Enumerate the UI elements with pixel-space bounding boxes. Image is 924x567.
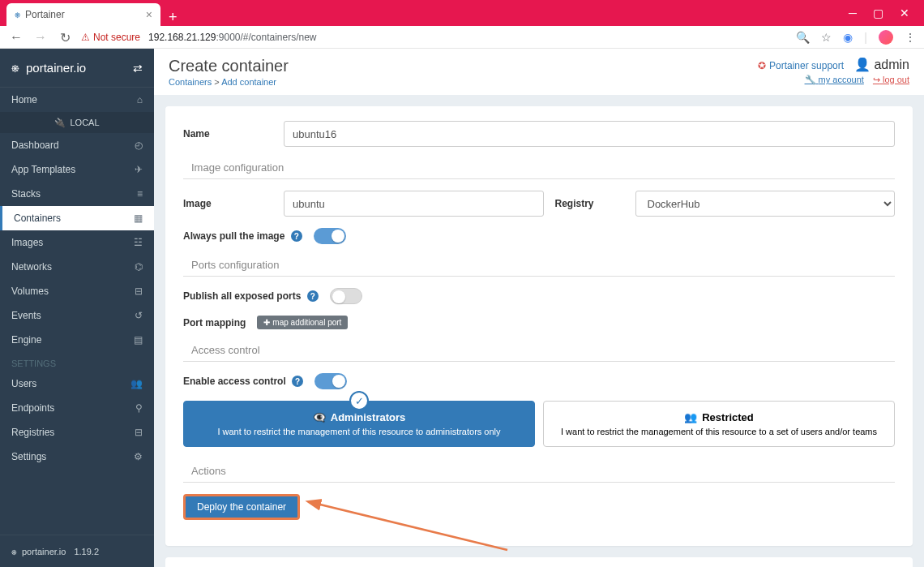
home-icon: ⌂ [137,94,143,105]
page-title: Create container [169,57,289,75]
sidebar-item-dashboard[interactable]: Dashboard◴ [0,133,154,157]
sidebar-item-app-templates[interactable]: App Templates✈ [0,157,154,182]
sidebar-endpoint-section: 🔌LOCAL [0,112,154,133]
access-restricted-option[interactable]: 👥Restricted I want to restrict the manag… [543,401,895,447]
always-pull-toggle[interactable] [314,228,346,244]
sidebar-item-volumes[interactable]: Volumes⊟ [0,279,154,303]
gear-icon: ⚙ [134,451,143,462]
new-tab-button[interactable]: + [160,9,186,26]
wrench-icon: 🔧 [805,75,816,84]
gauge-icon: ◴ [135,140,143,151]
registry-select[interactable]: DockerHub [635,191,896,217]
close-tab-icon[interactable]: × [146,8,152,21]
help-icon[interactable]: ? [291,230,302,242]
check-icon: ✓ [349,391,369,410]
database-icon: ⊟ [135,427,143,438]
logo-small-icon: ⎈ [11,547,17,556]
breadcrumb-containers[interactable]: Containers [169,77,212,87]
publish-ports-label: Publish all exposed ports ? [183,290,319,303]
insecure-badge[interactable]: ⚠ Not secure [81,32,140,43]
access-control-header: Access control [183,341,895,362]
help-icon[interactable]: ? [292,376,303,387]
forward-button[interactable]: → [32,30,49,45]
sidebar-item-home[interactable]: Home⌂ [0,88,154,112]
log-out-link[interactable]: ↪ log out [873,75,909,84]
logo[interactable]: ⎈ portainer.io ⇄ [0,49,154,88]
sidebar-toggle-icon[interactable]: ⇄ [133,62,143,75]
publish-ports-toggle[interactable] [330,288,362,304]
plus-icon: ✚ [263,318,270,327]
enable-access-toggle[interactable] [314,373,347,389]
help-icon[interactable]: ? [307,290,319,302]
cube-icon: ▦ [134,213,143,224]
sidebar-item-images[interactable]: Images☳ [0,230,154,255]
actions-header: Actions [183,462,895,483]
sidebar-item-stacks[interactable]: Stacks≡ [0,182,154,206]
name-label: Name [183,128,272,140]
name-input[interactable] [284,121,895,147]
sidebar-settings-header: SETTINGS [0,352,154,372]
svg-line-0 [317,504,507,550]
address-bar[interactable]: 192.168.21.129:9000/#/containers/new [148,32,317,43]
port-mapping-label: Port mapping [183,317,246,329]
users-icon: 👥 [130,378,143,389]
layers-icon: ☳ [134,237,143,248]
sidebar-item-containers[interactable]: Containers▦ [0,206,154,230]
life-ring-icon: ✪ [758,60,766,71]
bars-icon: ▤ [134,334,143,346]
image-input[interactable] [284,191,544,217]
sidebar-item-users[interactable]: Users👥 [0,372,154,396]
history-icon: ↺ [135,310,143,321]
reload-button[interactable]: ↻ [57,30,73,45]
breadcrumb-current: Add container [221,77,276,87]
users-icon: 👥 [684,411,697,423]
tab-title: Portainer [25,9,65,20]
tab-favicon-icon: ⎈ [15,9,20,20]
back-button[interactable]: ← [8,30,24,45]
ports-config-header: Ports configuration [183,256,895,277]
stack-icon: ≡ [137,188,143,200]
sitemap-icon: ⌬ [135,261,143,273]
search-icon[interactable]: 🔍 [796,31,810,44]
sidebar: ⎈ portainer.io ⇄ Home⌂ 🔌LOCAL Dashboard◴… [0,49,154,567]
enable-access-label: Enable access control ? [183,376,303,388]
extension-icon[interactable]: ◉ [843,31,853,44]
sidebar-footer: ⎈ portainer.io 1.19.2 [0,535,154,567]
registry-label: Registry [555,198,624,209]
plug-icon: ⚲ [135,402,143,414]
image-label: Image [183,198,272,209]
hdd-icon: ⊟ [135,286,143,297]
main-content: Create container Containers > Add contai… [154,49,924,567]
user-block: 👤 admin [854,57,909,72]
sidebar-item-engine[interactable]: Engine▤ [0,328,154,352]
annotation-arrow-icon [305,489,515,562]
menu-icon[interactable]: ⋮ [905,31,916,44]
minimize-icon[interactable]: ─ [849,6,857,19]
rocket-icon: ✈ [135,164,143,175]
plug-icon: 🔌 [54,118,66,128]
breadcrumb: Containers > Add container [169,77,289,87]
logo-icon: ⎈ [11,61,19,75]
image-config-header: Image configuration [183,158,895,179]
create-container-panel: Name Image configuration Image Registry … [165,106,913,546]
sidebar-item-registries[interactable]: Registries⊟ [0,420,154,445]
support-link[interactable]: ✪ Portainer support [758,60,844,71]
eye-slash-icon: 👁‍🗨 [313,411,326,423]
sidebar-item-settings[interactable]: Settings⚙ [0,445,154,469]
advanced-settings-row[interactable]: ⚙ Advanced container settings [165,557,913,567]
maximize-icon[interactable]: ▢ [873,6,883,19]
user-icon: 👤 [854,57,871,72]
map-port-button[interactable]: ✚ map additional port [257,316,348,329]
deploy-container-button[interactable]: Deploy the container [183,494,300,520]
close-window-icon[interactable]: ✕ [900,6,909,19]
my-account-link[interactable]: 🔧 my account [805,75,864,84]
star-icon[interactable]: ☆ [821,31,832,44]
warning-icon: ⚠ [81,32,90,43]
sidebar-item-events[interactable]: Events↺ [0,303,154,328]
browser-tab[interactable]: ⎈ Portainer × [6,3,160,26]
profile-avatar-icon[interactable] [879,30,893,45]
divider: | [864,31,867,44]
sidebar-item-networks[interactable]: Networks⌬ [0,255,154,279]
sidebar-item-endpoints[interactable]: Endpoints⚲ [0,396,154,420]
access-administrators-option[interactable]: ✓ 👁‍🗨Administrators I want to restrict t… [183,401,535,447]
